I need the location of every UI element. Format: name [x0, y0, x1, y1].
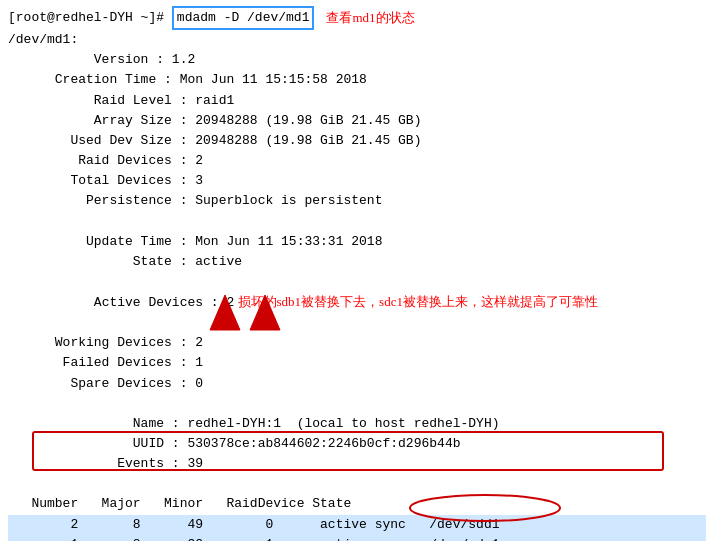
device-path: /dev/md1:	[8, 30, 706, 50]
persistence-line: Persistence : Superblock is persistent	[8, 191, 706, 211]
array-size-line: Array Size : 20948288 (19.98 GiB 21.45 G…	[8, 111, 706, 131]
blank-line-3	[8, 474, 706, 494]
table-row-2: 1 8 33 1 active sync /dev/sdc1	[8, 535, 706, 541]
table-header: Number Major Minor RaidDevice State	[8, 494, 706, 514]
spare-devices-line: Spare Devices : 0	[8, 374, 706, 394]
name-line: Name : redhel-DYH:1 (local to host redhe…	[8, 414, 706, 434]
working-devices-line: Working Devices : 2	[8, 333, 706, 353]
update-time-line: Update Time : Mon Jun 11 15:33:31 2018	[8, 232, 706, 252]
events-line: Events : 39	[8, 454, 706, 474]
blank-line-2	[8, 394, 706, 414]
uuid-line: UUID : 530378ce:ab844602:2246b0cf:d296b4…	[8, 434, 706, 454]
annotation-1: 查看md1的状态	[326, 8, 414, 28]
raid-devices-line: Raid Devices : 2	[8, 151, 706, 171]
annotation-2: 损坏的sdb1被替换下去，sdc1被替换上来，这样就提高了可靠性	[234, 294, 598, 309]
total-devices-line: Total Devices : 3	[8, 171, 706, 191]
raid-level-line: Raid Level : raid1	[8, 91, 706, 111]
state-line: State : active	[8, 252, 706, 272]
prompt-text: [root@redhel-DYH ~]#	[8, 8, 172, 28]
prompt-line-1: [root@redhel-DYH ~]# mdadm -D /dev/md1查看…	[8, 6, 706, 30]
version-line: Version : 1.2	[8, 50, 706, 70]
blank-line-1	[8, 211, 706, 231]
creation-time-line: Creation Time : Mon Jun 11 15:15:58 2018	[8, 70, 706, 90]
table-row-1: 2 8 49 0 active sync /dev/sdd1	[8, 515, 706, 535]
command-box: mdadm -D /dev/md1	[172, 6, 315, 30]
used-dev-line: Used Dev Size : 20948288 (19.98 GiB 21.4…	[8, 131, 706, 151]
failed-devices-line: Failed Devices : 1	[8, 353, 706, 373]
active-devices-line: Active Devices : 2 损坏的sdb1被替换下去，sdc1被替换上…	[8, 272, 706, 333]
